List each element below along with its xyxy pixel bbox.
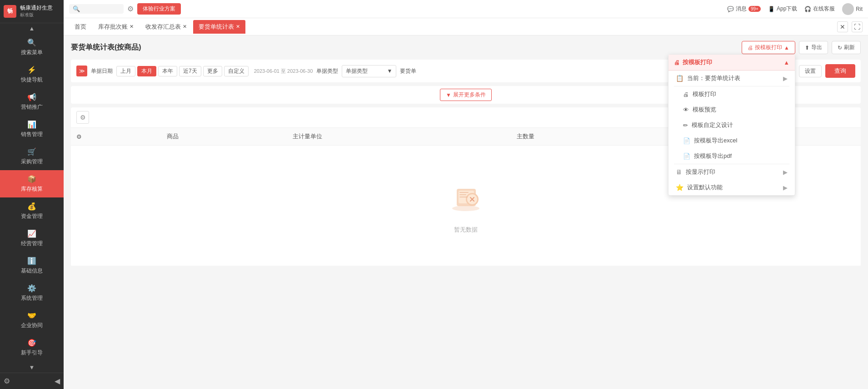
table-gear-btn[interactable]: ⚙ xyxy=(76,111,89,124)
settings-btn[interactable]: 设置 xyxy=(799,65,822,77)
page-content: 要货单统计表(按商品) 🖨 按模板打印 ▲ 🖨 按模板打印 xyxy=(64,35,868,389)
sidebar: 畅 畅康通好生意 标准版 ▲ 🔍 搜索菜单 ⚡ 快捷导航 📢 营销推广 📊 销售… xyxy=(0,0,64,389)
current-template-icon: 📋 xyxy=(676,75,683,82)
close-tab-btn[interactable]: ✕ xyxy=(837,21,848,32)
topbar-search-input[interactable] xyxy=(82,6,118,12)
print-dropdown-close[interactable]: ▲ xyxy=(783,59,789,66)
last-7-btn[interactable]: 近7天 xyxy=(179,66,201,76)
col-quantity: 主数量 xyxy=(511,128,670,146)
expand-tab-btn[interactable]: ⛶ xyxy=(852,21,863,32)
basic-label: 基础信息 xyxy=(21,267,43,275)
this-year-btn[interactable]: 本年 xyxy=(158,66,177,76)
collapse-icon[interactable]: ◀ xyxy=(55,377,60,385)
topbar-search[interactable]: 🔍 xyxy=(69,4,124,14)
sidebar-item-guide[interactable]: 🎯 新手引导 xyxy=(0,334,64,361)
inventory-icon: 📦 xyxy=(27,175,36,183)
print-dropdown-header: 🖨 按模板打印 ▲ xyxy=(668,55,795,71)
order-type-value: 单据类型 xyxy=(346,67,368,75)
empty-svg xyxy=(448,177,484,214)
guide-icon: 🎯 xyxy=(27,338,36,347)
sidebar-item-operation[interactable]: 📈 经营管理 xyxy=(0,225,64,252)
query-btn[interactable]: 查询 xyxy=(825,64,855,78)
expand-more-btn[interactable]: ▼ 展开更多条件 xyxy=(440,89,492,101)
sidebar-item-marketing[interactable]: 📢 营销推广 xyxy=(0,88,64,116)
template-print-label: 模板打印 xyxy=(693,90,716,98)
export-btn[interactable]: ⬆ 导出 xyxy=(799,41,828,54)
template-custom-item[interactable]: ✏ 模板自定义设计 xyxy=(668,117,795,133)
sidebar-item-corp[interactable]: 🤝 企业协同 xyxy=(0,307,64,334)
tab-inventory-batch-close[interactable]: ✕ xyxy=(130,24,134,30)
order-status-label: 要货单 xyxy=(400,67,416,75)
sidebar-item-system[interactable]: ⚙️ 系统管理 xyxy=(0,279,64,307)
marketing-icon: 📢 xyxy=(27,93,36,101)
topbar: 🔍 ⚙ 体验行业方案 💬 消息 99+ 📱 App下载 🎧 在线客服 Rit xyxy=(64,0,868,18)
print-template-btn[interactable]: 🖨 按模板打印 ▲ xyxy=(742,41,795,54)
user-area[interactable]: Rit xyxy=(842,3,863,15)
prev-month-btn[interactable]: 上月 xyxy=(116,66,135,76)
svg-rect-8 xyxy=(459,194,466,195)
empty-text: 暂无数据 xyxy=(454,226,478,234)
system-label: 系统管理 xyxy=(21,294,43,302)
tab-home[interactable]: 首页 xyxy=(69,20,92,34)
print-template-label: 按模板打印 xyxy=(755,44,782,51)
online-service-btn[interactable]: 🎧 在线客服 xyxy=(804,5,835,13)
app-download-btn[interactable]: 📱 App下载 xyxy=(768,5,797,13)
scroll-up[interactable]: ▲ xyxy=(0,23,64,34)
tab-order-stats-close[interactable]: ✕ xyxy=(236,24,240,30)
scroll-down[interactable]: ▼ xyxy=(0,362,64,373)
refresh-btn[interactable]: ↻ 刷新 xyxy=(832,41,861,54)
export-pdf-icon: 📄 xyxy=(683,153,690,160)
settings-footer-icon[interactable]: ⚙ xyxy=(4,377,10,385)
this-month-btn[interactable]: 本月 xyxy=(137,66,156,76)
message-badge: 99+ xyxy=(748,6,761,12)
search-nav-label: 搜索菜单 xyxy=(21,49,43,56)
tab-inventory-batch[interactable]: 库存批次账 ✕ xyxy=(93,20,139,34)
template-preview-label: 模板预览 xyxy=(693,106,716,114)
svg-rect-7 xyxy=(459,192,469,193)
tab-receipt-summary[interactable]: 收发存汇总表 ✕ xyxy=(140,20,192,34)
export-excel-item[interactable]: 📄 按模板导出excel xyxy=(668,133,795,148)
more-date-btn[interactable]: 更多 xyxy=(203,66,222,76)
template-print-item[interactable]: 🖨 模板打印 xyxy=(668,86,795,102)
display-print-arrow: ▶ xyxy=(783,169,788,176)
export-pdf-item[interactable]: 📄 按模板导出pdf xyxy=(668,148,795,164)
date-label: 单据日期 xyxy=(91,67,113,75)
svg-point-0 xyxy=(452,206,479,211)
display-print-item[interactable]: 🖥 按显示打印 ▶ xyxy=(668,164,795,180)
sidebar-item-apps[interactable]: 🔲 应用中心 xyxy=(0,361,64,362)
display-print-icon: 🖥 xyxy=(676,168,682,176)
empty-icon xyxy=(448,177,484,220)
sidebar-item-finance[interactable]: 💰 资金管理 xyxy=(0,197,64,225)
finance-icon: 💰 xyxy=(27,202,36,211)
template-preview-item[interactable]: 👁 模板预览 xyxy=(668,102,795,117)
topbar-settings-icon[interactable]: ⚙ xyxy=(127,5,134,13)
order-type-select[interactable]: 单据类型 ▼ xyxy=(342,65,396,77)
search-nav-icon: 🔍 xyxy=(27,38,36,47)
export-excel-icon: 📄 xyxy=(683,137,690,144)
expand-label: 展开更多条件 xyxy=(453,91,486,99)
order-type-label: 单据类型 xyxy=(316,67,338,75)
tab-order-stats[interactable]: 要货单统计表 ✕ xyxy=(193,20,245,34)
message-btn[interactable]: 💬 消息 99+ xyxy=(727,5,761,13)
guide-label: 新手引导 xyxy=(21,349,43,357)
industry-btn[interactable]: 体验行业方案 xyxy=(137,3,181,15)
sidebar-item-purchase[interactable]: 🛒 采购管理 xyxy=(0,143,64,170)
sidebar-item-quick-nav[interactable]: ⚡ 快捷导航 xyxy=(0,61,64,88)
sidebar-item-sales[interactable]: 📊 销售管理 xyxy=(0,116,64,143)
sidebar-item-search[interactable]: 🔍 搜索菜单 xyxy=(0,34,64,61)
print-arrow-up-icon: ▲ xyxy=(784,45,789,51)
custom-date-btn[interactable]: 自定义 xyxy=(224,66,249,76)
operation-icon: 📈 xyxy=(27,229,36,238)
tab-receipt-summary-close[interactable]: ✕ xyxy=(183,24,187,30)
inventory-label: 库存核算 xyxy=(21,185,43,193)
page-actions: 🖨 按模板打印 ▲ 🖨 按模板打印 ▲ xyxy=(742,41,861,54)
headset-icon: 🎧 xyxy=(804,6,811,12)
filter-expand-btn[interactable]: ≫ xyxy=(76,66,87,76)
sidebar-item-basic[interactable]: ℹ️ 基础信息 xyxy=(0,252,64,279)
export-excel-label: 按模板导出excel xyxy=(694,136,737,145)
sidebar-item-inventory[interactable]: 📦 库存核算 xyxy=(0,170,64,197)
sales-icon: 📊 xyxy=(27,120,36,129)
current-template-item[interactable]: 📋 当前：要货单统计表 ▶ xyxy=(668,71,795,86)
set-default-item[interactable]: ⭐ 设置默认功能 ▶ xyxy=(668,180,795,195)
finance-label: 资金管理 xyxy=(21,212,43,220)
